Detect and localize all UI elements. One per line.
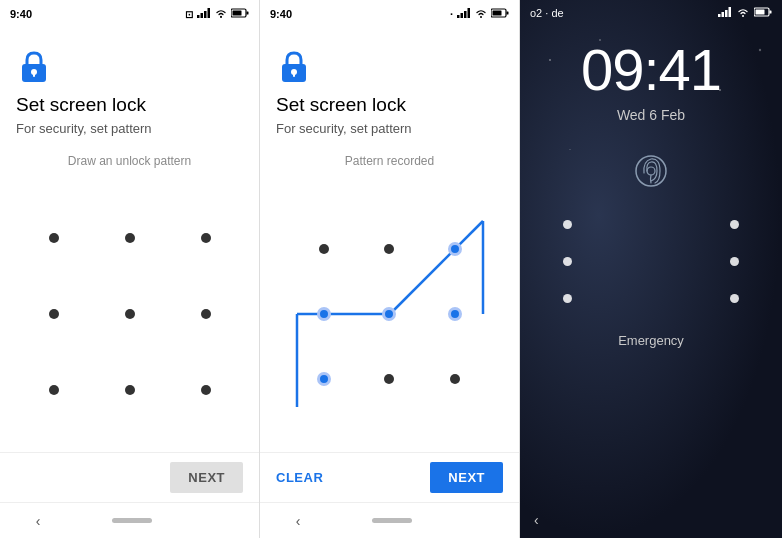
lock-pin-dot-2-empty[interactable] bbox=[634, 220, 643, 229]
fingerprint-icon[interactable] bbox=[520, 153, 782, 196]
usb-icon: ⊡ bbox=[185, 9, 193, 20]
lock-status-icons bbox=[718, 7, 772, 19]
svg-rect-39 bbox=[770, 11, 772, 14]
screen-lock-subtitle-1: For security, set pattern bbox=[16, 121, 243, 136]
lock-signal-icon bbox=[718, 7, 732, 19]
back-chevron-2[interactable]: ‹ bbox=[296, 513, 301, 529]
lock-pin-dot-7[interactable] bbox=[563, 294, 572, 303]
svg-point-4 bbox=[220, 16, 222, 18]
dot-2-2-active[interactable] bbox=[448, 242, 462, 256]
status-icons-1: ⊡ bbox=[185, 8, 249, 20]
svg-rect-17 bbox=[507, 12, 509, 15]
svg-rect-6 bbox=[247, 12, 249, 15]
dot-2-0-inactive[interactable] bbox=[319, 244, 329, 254]
svg-rect-0 bbox=[197, 15, 200, 18]
lock-pin-grid[interactable] bbox=[551, 220, 751, 303]
dot-0-1[interactable] bbox=[125, 233, 135, 243]
lock-nav-bar: ‹ bbox=[520, 502, 782, 538]
pattern-hint-2: Pattern recorded bbox=[276, 154, 503, 168]
svg-rect-10 bbox=[33, 72, 35, 77]
signal-icon-2 bbox=[457, 8, 471, 20]
lock-pin-dot-1[interactable] bbox=[563, 220, 572, 229]
svg-rect-12 bbox=[461, 13, 464, 18]
lock-pin-dot-6[interactable] bbox=[730, 257, 739, 266]
lock-pin-dot-9[interactable] bbox=[730, 294, 739, 303]
status-bar-1: 9:40 ⊡ bbox=[0, 0, 259, 28]
lock-back-chevron[interactable]: ‹ bbox=[534, 512, 539, 528]
svg-rect-33 bbox=[718, 14, 721, 17]
lock-emergency[interactable]: Emergency bbox=[520, 333, 782, 348]
dot-cell-8[interactable] bbox=[422, 347, 487, 412]
screen-lock-subtitle-2: For security, set pattern bbox=[276, 121, 503, 136]
dot-cell-5[interactable] bbox=[422, 281, 487, 346]
dot-1-2[interactable] bbox=[201, 309, 211, 319]
svg-rect-3 bbox=[208, 8, 211, 18]
dot-1-1[interactable] bbox=[125, 309, 135, 319]
svg-point-15 bbox=[480, 16, 482, 18]
wifi-icon-2 bbox=[475, 8, 487, 20]
dot-2-8-inactive[interactable] bbox=[450, 374, 460, 384]
phone-panel-3: o2 · de bbox=[520, 0, 782, 538]
dot-2-2[interactable] bbox=[201, 385, 211, 395]
lock-pin-dot-5-empty[interactable] bbox=[634, 257, 643, 266]
dot-cell-2[interactable] bbox=[422, 216, 487, 281]
dot-2-3-active[interactable] bbox=[317, 307, 331, 321]
back-chevron-1[interactable]: ‹ bbox=[36, 513, 41, 529]
battery-icon-1 bbox=[231, 8, 249, 20]
dot-cell-0[interactable] bbox=[292, 216, 357, 281]
svg-rect-40 bbox=[756, 10, 765, 15]
dot-cell-6[interactable] bbox=[292, 347, 357, 412]
pattern-hint-1: Draw an unlock pattern bbox=[16, 154, 243, 168]
lock-carrier: o2 · de bbox=[530, 7, 564, 19]
status-time-1: 9:40 bbox=[10, 8, 32, 20]
nav-bar-2: ‹ bbox=[260, 502, 519, 538]
dot-0-0[interactable] bbox=[49, 233, 59, 243]
screen-lock-content-2: Set screen lock For security, set patter… bbox=[260, 28, 519, 452]
lock-pin-dot-8-empty[interactable] bbox=[634, 294, 643, 303]
pattern-area-2[interactable] bbox=[276, 176, 503, 452]
home-pill-2[interactable] bbox=[372, 518, 412, 523]
pattern-area-1[interactable] bbox=[16, 176, 243, 452]
status-bar-2: 9:40 · bbox=[260, 0, 519, 28]
svg-point-42 bbox=[647, 167, 655, 175]
dot-2-0[interactable] bbox=[49, 385, 59, 395]
svg-rect-34 bbox=[722, 12, 725, 17]
svg-rect-21 bbox=[293, 72, 295, 77]
svg-rect-11 bbox=[457, 15, 460, 18]
next-button-1[interactable]: NEXT bbox=[170, 462, 243, 493]
dot-2-6-active[interactable] bbox=[317, 372, 331, 386]
screen-lock-title-1: Set screen lock bbox=[16, 94, 243, 117]
dot-cell-7[interactable] bbox=[357, 347, 422, 412]
pattern-container-2 bbox=[292, 216, 488, 412]
dot-cell-1[interactable] bbox=[357, 216, 422, 281]
dot-2-1[interactable] bbox=[125, 385, 135, 395]
svg-rect-18 bbox=[493, 11, 502, 16]
dot-cell-3[interactable] bbox=[292, 281, 357, 346]
svg-rect-7 bbox=[233, 11, 242, 16]
dot-0-2[interactable] bbox=[201, 233, 211, 243]
bottom-bar-2: CLEAR NEXT bbox=[260, 452, 519, 502]
next-button-2[interactable]: NEXT bbox=[430, 462, 503, 493]
wifi-icon-1 bbox=[215, 8, 227, 20]
phone-panel-2: 9:40 · bbox=[260, 0, 520, 538]
svg-rect-1 bbox=[201, 13, 204, 18]
svg-rect-36 bbox=[729, 7, 732, 17]
bottom-bar-1: NEXT bbox=[0, 452, 259, 502]
dot-carrier-2: · bbox=[450, 8, 453, 20]
dot-2-7-inactive[interactable] bbox=[384, 374, 394, 384]
dot-2-1-inactive[interactable] bbox=[384, 244, 394, 254]
screen-lock-content-1: Set screen lock For security, set patter… bbox=[0, 28, 259, 452]
lock-pin-dot-4[interactable] bbox=[563, 257, 572, 266]
lock-icon-2 bbox=[276, 48, 312, 84]
clear-button[interactable]: CLEAR bbox=[276, 470, 323, 485]
dot-1-0[interactable] bbox=[49, 309, 59, 319]
dot-cell-4[interactable] bbox=[357, 281, 422, 346]
lock-icon-1 bbox=[16, 48, 52, 84]
lock-pin-dot-3[interactable] bbox=[730, 220, 739, 229]
svg-rect-13 bbox=[464, 11, 467, 18]
dot-2-5-active[interactable] bbox=[448, 307, 462, 321]
dot-2-4-active[interactable] bbox=[382, 307, 396, 321]
svg-rect-14 bbox=[468, 8, 471, 18]
lock-time: 09:41 bbox=[520, 36, 782, 103]
home-pill-1[interactable] bbox=[112, 518, 152, 523]
